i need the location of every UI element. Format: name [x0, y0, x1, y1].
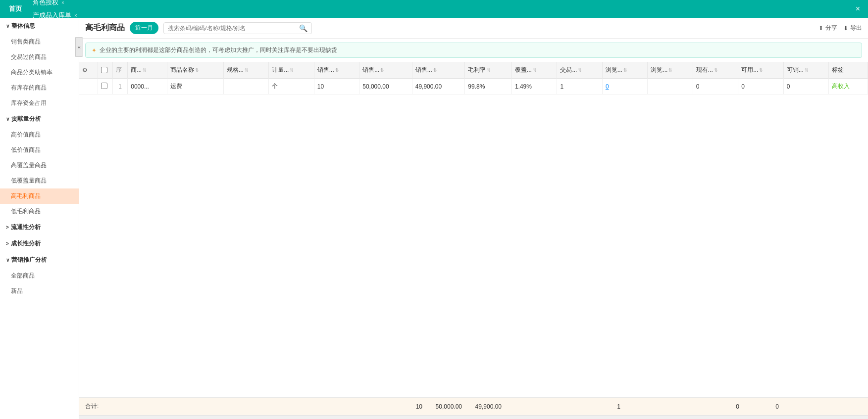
sidebar-item-库存资金占用[interactable]: 库存资金占用	[0, 95, 79, 111]
table-cell-15: 0	[693, 79, 738, 94]
sidebar-item-有库存的商品[interactable]: 有库存的商品	[0, 80, 79, 95]
sidebar-item-低毛利商品[interactable]: 低毛利商品	[0, 204, 79, 219]
close-all-button[interactable]: ×	[852, 4, 864, 13]
browse-link[interactable]: 0	[606, 83, 609, 90]
sidebar-group-label: 整体信息	[11, 22, 35, 30]
content-area: 高毛利商品 近一月 🔍 ⬆ 分享 ⬇ 导出 ✦ 企业的主要的利润都是这部分商品创…	[79, 18, 868, 419]
info-banner: ✦ 企业的主要的利润都是这部分商品创造的，可考虑加大推广，同时关注库存是不要出现…	[85, 43, 862, 58]
sidebar-item-全部商品[interactable]: 全部商品	[0, 268, 79, 283]
sidebar-item-新品[interactable]: 新品	[0, 283, 79, 299]
content-header: 高毛利商品 近一月 🔍 ⬆ 分享 ⬇ 导出	[79, 18, 868, 39]
sort-icon: ⇅	[195, 68, 199, 73]
table-cell-7: 10	[314, 79, 359, 94]
table-cell-17: 0	[783, 79, 828, 94]
col-header-11[interactable]: 覆盖...⇅	[511, 62, 557, 79]
col-header-12[interactable]: 交易...⇅	[557, 62, 602, 79]
col-header-1	[98, 62, 113, 79]
sidebar-group-label: 流通性分析	[11, 223, 41, 232]
nav-tab-角色授权[interactable]: 角色授权×	[28, 0, 82, 9]
row-checkbox[interactable]	[101, 83, 107, 89]
select-all-checkbox[interactable]	[101, 67, 107, 73]
sidebar-group-成长性分析[interactable]: >成长性分析	[0, 235, 79, 252]
footer-transactions: 1	[585, 403, 624, 410]
sidebar-collapse-button[interactable]: «	[75, 37, 83, 57]
sort-icon: ⇅	[805, 68, 809, 73]
sort-icon: ⇅	[335, 68, 339, 73]
bottom-scrollbar[interactable]	[79, 415, 868, 419]
col-header-7[interactable]: 销售...⇅	[314, 62, 359, 79]
sidebar-group-label: 贡献量分析	[11, 115, 41, 123]
info-text: 企业的主要的利润都是这部分商品创造的，可考虑加大推广，同时关注库存是不要出现缺货	[100, 46, 337, 54]
sidebar-group-营销推广分析[interactable]: ∨营销推广分析	[0, 252, 79, 268]
sidebar-item-低价值商品[interactable]: 低价值商品	[0, 142, 79, 158]
table-cell-4: 运费	[167, 79, 223, 94]
close-tab-icon[interactable]: ×	[74, 13, 77, 18]
nav-home[interactable]: 首页	[4, 2, 27, 15]
table-row[interactable]: 10000...运费个1050,000.0049,900.0099.8%1.49…	[79, 79, 868, 94]
sort-icon: ⇅	[668, 68, 672, 73]
footer-sales-qty: 10	[387, 403, 426, 410]
col-header-14[interactable]: 浏览...⇅	[648, 62, 693, 79]
sort-icon: ⇅	[759, 68, 763, 73]
close-tab-icon[interactable]: ×	[61, 39, 64, 44]
info-icon: ✦	[92, 47, 97, 54]
settings-icon[interactable]: ⚙	[82, 67, 88, 74]
table-footer: 合计: 10 50,000.00 49,900.00 1 0 0	[79, 397, 868, 415]
table-cell-14	[648, 79, 693, 94]
col-header-4[interactable]: 商品名称⇅	[167, 62, 223, 79]
col-header-6[interactable]: 计量...⇅	[269, 62, 314, 79]
col-header-9[interactable]: 销售...⇅	[412, 62, 465, 79]
footer-available: 0	[743, 403, 783, 410]
export-button[interactable]: ⬇ 导出	[843, 24, 862, 32]
footer-stock: 0	[704, 403, 743, 410]
table-wrapper: ⚙序商...⇅商品名称⇅规格...⇅计量...⇅销售...⇅销售...⇅销售..…	[79, 62, 868, 397]
sidebar-item-销售类商品[interactable]: 销售类商品	[0, 34, 79, 49]
table-cell-9: 49,900.00	[412, 79, 465, 94]
sidebar-item-交易过的商品[interactable]: 交易过的商品	[0, 49, 79, 65]
col-header-16[interactable]: 可用...⇅	[738, 62, 783, 79]
sidebar-item-高毛利商品[interactable]: 高毛利商品	[0, 188, 79, 204]
table-cell-2: 1	[113, 79, 128, 94]
table-cell-13[interactable]: 0	[602, 79, 647, 94]
sidebar-item-商品分类助销率[interactable]: 商品分类助销率	[0, 65, 79, 80]
sidebar-group-arrow: >	[6, 225, 9, 230]
sidebar-group-流通性分析[interactable]: >流通性分析	[0, 219, 79, 235]
col-header-15[interactable]: 现有...⇅	[693, 62, 738, 79]
share-button[interactable]: ⬆ 分享	[818, 24, 837, 32]
sidebar-item-低覆盖量商品[interactable]: 低覆盖量商品	[0, 173, 79, 188]
col-header-5[interactable]: 规格...⇅	[223, 62, 268, 79]
col-header-10[interactable]: 毛利率⇅	[465, 62, 512, 79]
sidebar-group-贡献量分析[interactable]: ∨贡献量分析	[0, 111, 79, 127]
col-header-13[interactable]: 浏览...⇅	[602, 62, 647, 79]
filter-recent-month[interactable]: 近一月	[130, 22, 158, 34]
search-input[interactable]	[168, 25, 299, 32]
tag-badge: 高收入	[832, 83, 850, 90]
table-cell-5	[223, 79, 268, 94]
col-header-3[interactable]: 商...⇅	[128, 62, 167, 79]
sidebar-group-arrow: >	[6, 241, 9, 246]
sidebar-group-label: 成长性分析	[11, 239, 41, 248]
sort-icon: ⇅	[143, 68, 147, 73]
sidebar-item-高覆盖量商品[interactable]: 高覆盖量商品	[0, 158, 79, 173]
page-title: 高毛利商品	[85, 23, 125, 33]
table-cell-16: 0	[738, 79, 783, 94]
sidebar-group-arrow: ∨	[6, 116, 9, 122]
export-icon: ⬇	[843, 25, 848, 32]
table-cell-1[interactable]	[98, 79, 113, 94]
share-icon: ⬆	[818, 25, 823, 32]
search-box: 🔍	[163, 22, 312, 34]
search-icon[interactable]: 🔍	[299, 24, 307, 32]
col-header-17[interactable]: 可销...⇅	[783, 62, 828, 79]
col-header-8[interactable]: 销售...⇅	[359, 62, 412, 79]
main-layout: ∨整体信息销售类商品交易过的商品商品分类助销率有库存的商品库存资金占用∨贡献量分…	[0, 18, 868, 419]
sort-icon: ⇅	[714, 68, 718, 73]
sidebar-item-高价值商品[interactable]: 高价值商品	[0, 127, 79, 142]
sidebar-group-整体信息[interactable]: ∨整体信息	[0, 18, 79, 34]
close-tab-icon[interactable]: ×	[61, 0, 64, 5]
table-cell-18: 高收入	[829, 79, 868, 94]
table-cell-11: 1.49%	[511, 79, 557, 94]
sort-icon: ⇅	[380, 68, 384, 73]
table-cell-8: 50,000.00	[359, 79, 412, 94]
sort-icon: ⇅	[433, 68, 437, 73]
close-tab-icon[interactable]: ×	[74, 26, 77, 31]
